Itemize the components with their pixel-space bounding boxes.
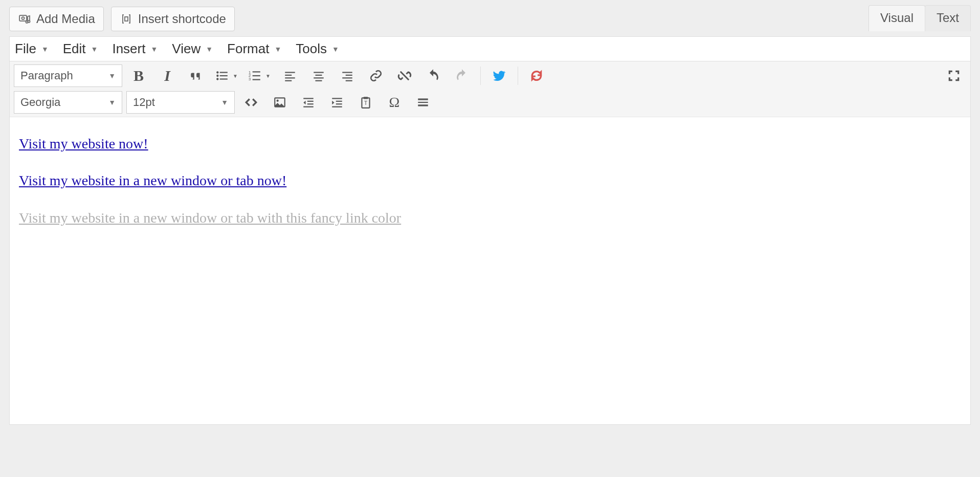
align-right-icon bbox=[341, 69, 354, 82]
restore-button[interactable] bbox=[524, 64, 549, 87]
content-paragraph: Visit my website in a new window or tab … bbox=[19, 171, 961, 190]
horizontal-rule-button[interactable] bbox=[411, 91, 435, 114]
menu-insert-label: Insert bbox=[112, 41, 145, 57]
menu-file[interactable]: File ▼ bbox=[15, 41, 49, 57]
editor-frame: File ▼ Edit ▼ Insert ▼ View ▼ Format ▼ T… bbox=[9, 36, 971, 425]
quote-icon bbox=[189, 69, 203, 82]
image-icon bbox=[273, 96, 286, 109]
italic-button[interactable]: I bbox=[155, 64, 180, 87]
svg-rect-14 bbox=[253, 75, 260, 76]
svg-rect-36 bbox=[336, 101, 342, 102]
bullet-list-button[interactable]: ▼ bbox=[212, 64, 241, 87]
insert-shortcode-label: Insert shortcode bbox=[138, 13, 226, 25]
fullscreen-button[interactable] bbox=[942, 64, 966, 87]
svg-rect-35 bbox=[332, 98, 342, 99]
insert-shortcode-button[interactable]: Insert shortcode bbox=[111, 7, 235, 31]
special-character-button[interactable]: Ω bbox=[382, 91, 407, 114]
font-size-select[interactable]: 12pt ▼ bbox=[126, 91, 235, 114]
hr-icon bbox=[416, 96, 430, 109]
format-select-label: Paragraph bbox=[20, 69, 73, 82]
content-area[interactable]: Visit my website now! Visit my website i… bbox=[10, 117, 970, 424]
chevron-down-icon: ▼ bbox=[108, 98, 116, 106]
chevron-down-icon: ▼ bbox=[108, 72, 116, 80]
svg-point-7 bbox=[216, 75, 218, 77]
insert-image-button[interactable] bbox=[268, 91, 292, 114]
svg-rect-10 bbox=[220, 78, 228, 79]
tab-visual[interactable]: Visual bbox=[868, 5, 925, 31]
svg-rect-0 bbox=[19, 15, 27, 21]
font-family-select[interactable]: Georgia ▼ bbox=[14, 91, 122, 114]
tab-visual-label: Visual bbox=[880, 11, 914, 25]
content-link-2[interactable]: Visit my website in a new window or tab … bbox=[19, 172, 286, 188]
svg-point-3 bbox=[28, 20, 30, 23]
chevron-down-icon: ▼ bbox=[233, 73, 238, 79]
link-button[interactable] bbox=[364, 64, 388, 87]
svg-rect-33 bbox=[307, 103, 314, 104]
menu-format[interactable]: Format ▼ bbox=[227, 41, 281, 57]
menu-edit-label: Edit bbox=[63, 41, 86, 57]
chevron-down-icon: ▼ bbox=[91, 45, 98, 53]
indent-icon bbox=[330, 96, 344, 109]
indent-button[interactable] bbox=[325, 91, 349, 114]
undo-button[interactable] bbox=[421, 64, 446, 87]
outdent-icon bbox=[302, 96, 315, 109]
chevron-down-icon: ▼ bbox=[41, 45, 49, 53]
align-center-button[interactable] bbox=[306, 64, 331, 87]
svg-rect-24 bbox=[315, 80, 322, 81]
content-link-1[interactable]: Visit my website now! bbox=[19, 136, 148, 151]
shortcode-icon bbox=[120, 12, 133, 26]
align-left-button[interactable] bbox=[278, 64, 302, 87]
editor-mode-tabs: Visual Text bbox=[869, 5, 971, 31]
menu-edit[interactable]: Edit ▼ bbox=[63, 41, 98, 57]
source-code-button[interactable] bbox=[239, 91, 263, 114]
twitter-button[interactable] bbox=[487, 64, 511, 87]
svg-rect-43 bbox=[418, 102, 428, 103]
svg-rect-12 bbox=[253, 71, 260, 72]
numbered-list-button[interactable]: 123 ▼ bbox=[245, 64, 274, 87]
chevron-down-icon: ▼ bbox=[206, 45, 213, 53]
svg-rect-38 bbox=[332, 106, 342, 107]
svg-rect-25 bbox=[342, 72, 352, 73]
svg-rect-22 bbox=[315, 75, 322, 76]
svg-rect-8 bbox=[220, 75, 228, 76]
menu-view-label: View bbox=[172, 41, 201, 57]
paste-as-text-button[interactable]: T bbox=[353, 91, 378, 114]
redo-icon bbox=[455, 69, 469, 83]
outdent-button[interactable] bbox=[296, 91, 321, 114]
redo-button[interactable] bbox=[450, 64, 474, 87]
chevron-down-icon: ▼ bbox=[265, 73, 271, 79]
italic-icon: I bbox=[164, 67, 170, 84]
svg-point-30 bbox=[277, 100, 279, 102]
format-select[interactable]: Paragraph ▼ bbox=[14, 64, 122, 87]
menu-tools[interactable]: Tools ▼ bbox=[296, 41, 339, 57]
align-right-button[interactable] bbox=[335, 64, 360, 87]
code-icon bbox=[244, 96, 258, 109]
unlink-button[interactable] bbox=[392, 64, 417, 87]
bold-button[interactable]: B bbox=[126, 64, 151, 87]
top-bar: Add Media Insert shortcode Visual Text bbox=[9, 5, 971, 31]
tab-text[interactable]: Text bbox=[925, 5, 971, 31]
svg-rect-6 bbox=[220, 72, 228, 73]
svg-rect-26 bbox=[346, 75, 352, 76]
chevron-down-icon: ▼ bbox=[221, 98, 228, 106]
blockquote-button[interactable] bbox=[184, 64, 208, 87]
svg-rect-4 bbox=[125, 17, 128, 21]
unlink-icon bbox=[397, 69, 412, 83]
toolbar-row-1: Paragraph ▼ B I bbox=[14, 64, 966, 87]
menu-insert[interactable]: Insert ▼ bbox=[112, 41, 158, 57]
bullet-list-icon bbox=[215, 69, 229, 82]
svg-rect-31 bbox=[303, 98, 314, 99]
menu-bar: File ▼ Edit ▼ Insert ▼ View ▼ Format ▼ T… bbox=[10, 37, 970, 61]
svg-rect-40 bbox=[364, 97, 368, 99]
svg-point-1 bbox=[22, 17, 25, 19]
svg-rect-23 bbox=[314, 77, 324, 78]
add-media-button[interactable]: Add Media bbox=[9, 7, 104, 31]
content-link-3[interactable]: Visit my website in a new window or tab … bbox=[19, 210, 401, 226]
separator bbox=[518, 67, 518, 85]
menu-view[interactable]: View ▼ bbox=[172, 41, 213, 57]
tab-text-label: Text bbox=[937, 11, 959, 25]
toolbar-row-2: Georgia ▼ 12pt ▼ bbox=[14, 91, 966, 114]
svg-point-5 bbox=[216, 71, 218, 73]
svg-rect-21 bbox=[314, 72, 324, 73]
camera-music-icon bbox=[18, 12, 31, 26]
